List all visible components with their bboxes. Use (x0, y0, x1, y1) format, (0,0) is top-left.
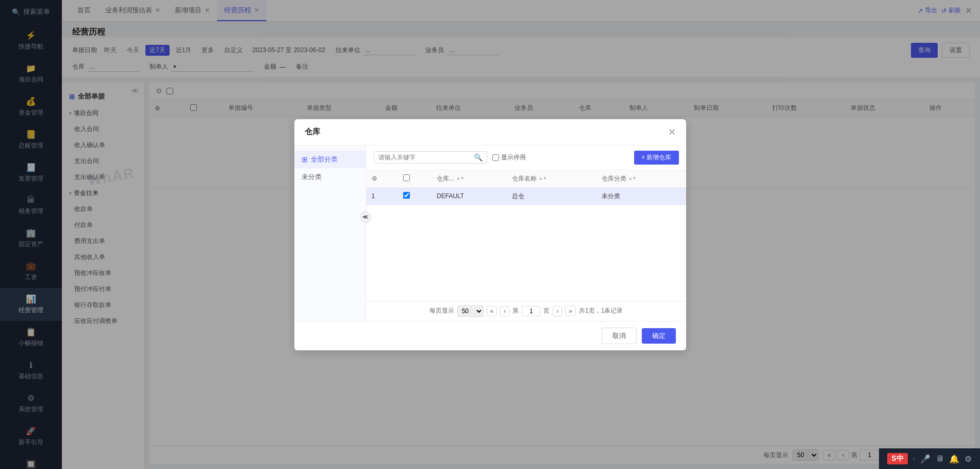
table-row[interactable]: 1 DEFAULT 总仓 未分类 (367, 187, 686, 205)
modal-th-checkbox (398, 170, 431, 188)
sort-icon-code: ▲▼ (456, 176, 464, 181)
show-disabled-checkbox-label[interactable]: 显示停用 (492, 153, 526, 162)
modal-prev-page[interactable]: ‹ (500, 306, 509, 316)
modal-next-page[interactable]: › (553, 306, 562, 316)
modal-table-scroll: ⚙ 仓库... ▲▼ 仓库名称 (367, 170, 686, 301)
modal-page-text: 第 (512, 306, 519, 315)
modal-row-checkbox[interactable] (398, 187, 431, 205)
modal-sidebar: ⊞ 全部分类 未分类 ≪ (294, 145, 367, 321)
modal-uncategorized-item[interactable]: 未分类 (294, 168, 366, 186)
modal-select-all[interactable] (403, 174, 410, 181)
modal-header: 仓库 ✕ (294, 119, 686, 145)
modal-page-unit: 页 (543, 306, 550, 315)
taskbar-logo: S中 (887, 453, 907, 464)
modal-search-icon[interactable]: 🔍 (474, 153, 483, 161)
modal-th-settings[interactable]: ⚙ (367, 170, 398, 188)
modal-add-warehouse-button[interactable]: + 新增仓库 (634, 151, 678, 165)
modal-first-page[interactable]: « (487, 306, 497, 316)
modal-search-input[interactable] (378, 154, 471, 161)
modal-body: ⊞ 全部分类 未分类 ≪ 🔍 (294, 145, 686, 321)
modal-settings-icon[interactable]: ⚙ (372, 175, 377, 182)
modal-close-button[interactable]: ✕ (668, 126, 676, 138)
modal-toolbar: 🔍 显示停用 + 新增仓库 (367, 145, 686, 170)
modal-per-page-label: 每页显示 (429, 306, 454, 315)
modal-grid-icon: ⊞ (302, 155, 308, 164)
modal-search-field[interactable]: 🔍 (374, 151, 487, 164)
modal-cancel-button[interactable]: 取消 (602, 328, 637, 344)
taskbar-settings-icon[interactable]: ⚙ (965, 454, 972, 464)
modal-overlay: 仓库 ✕ ⊞ 全部分类 未分类 ≪ (0, 0, 980, 469)
modal-all-category-item[interactable]: ⊞ 全部分类 (294, 151, 366, 168)
modal-page-input[interactable] (522, 306, 540, 316)
taskbar-dot-icon[interactable]: · (913, 454, 915, 463)
taskbar: S中 · 🎤 🖥 🔔 ⚙ (879, 448, 980, 469)
modal-warehouse-table: ⚙ 仓库... ▲▼ 仓库名称 (367, 170, 686, 205)
modal-th-category[interactable]: 仓库分类 ▲▼ (596, 170, 686, 188)
taskbar-screen-icon[interactable]: 🖥 (936, 454, 944, 463)
modal-per-page-select[interactable]: 50 100 (457, 305, 484, 317)
modal-pagination: 每页显示 50 100 « ‹ 第 页 › » 共1页，1条记录 (367, 301, 686, 321)
taskbar-mic-icon[interactable]: 🎤 (920, 454, 931, 464)
modal-last-page[interactable]: » (565, 306, 576, 316)
modal-row-id: 1 (367, 187, 398, 205)
modal-collapse-btn[interactable]: ≪ (360, 212, 371, 223)
warehouse-modal: 仓库 ✕ ⊞ 全部分类 未分类 ≪ (294, 119, 686, 350)
sort-icon-name: ▲▼ (539, 176, 547, 181)
show-disabled-checkbox[interactable] (492, 154, 499, 161)
modal-title: 仓库 (305, 127, 320, 137)
taskbar-bell-icon[interactable]: 🔔 (949, 454, 959, 464)
modal-content-area: 🔍 显示停用 + 新增仓库 ⚙ (367, 145, 686, 321)
sort-icon-category: ▲▼ (628, 176, 637, 181)
modal-confirm-button[interactable]: 确定 (642, 328, 676, 344)
modal-row-category: 未分类 (596, 187, 686, 205)
modal-total-records: 共1页，1条记录 (579, 306, 623, 315)
modal-row-code: DEFAULT (431, 187, 507, 205)
modal-row-name: 总仓 (507, 187, 596, 205)
modal-th-name[interactable]: 仓库名称 ▲▼ (507, 170, 596, 188)
modal-th-code[interactable]: 仓库... ▲▼ (431, 170, 507, 188)
